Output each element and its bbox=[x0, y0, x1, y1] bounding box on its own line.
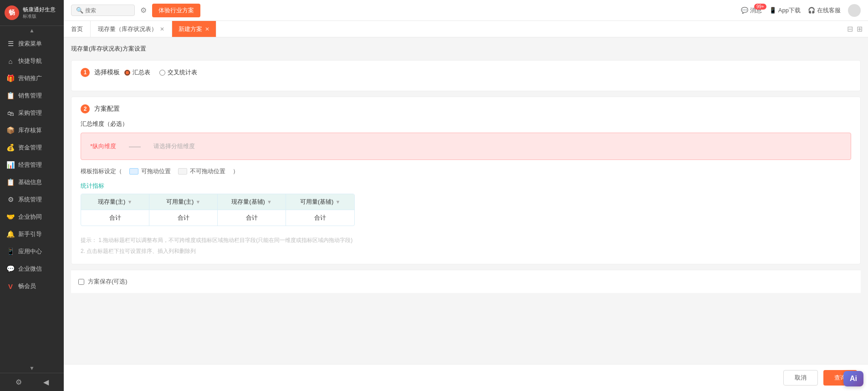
step1-num: 1 bbox=[81, 68, 90, 77]
cooperation-icon: 🤝 bbox=[6, 213, 15, 221]
sidebar-logo: 畅 畅康通好生意 标准版 bbox=[0, 0, 64, 26]
system-icon: ⚙ bbox=[6, 196, 15, 204]
sidebar-item-search[interactable]: ☰ 搜索菜单 bbox=[0, 35, 64, 52]
sidebar: 畅 畅康通好生意 标准版 ▲ ☰ 搜索菜单 ⌂ 快捷导航 🎁 营销推广 📋 销售… bbox=[0, 0, 64, 391]
movable-indicator: 可拖动位置 bbox=[129, 167, 171, 175]
tab-inventory-status[interactable]: 现存量（库存状况表） ✕ bbox=[91, 21, 172, 37]
topbar: 🔍 ⚙ 体验行业方案 💬 消息 99+ 📱 App下载 🎧 在线客服 bbox=[64, 0, 868, 21]
step2-title: 方案配置 bbox=[94, 105, 120, 113]
sidebar-footer: ⚙ ◀ bbox=[0, 373, 64, 391]
logo-icon: 畅 bbox=[5, 5, 19, 20]
col4-cell: 合计 bbox=[286, 210, 354, 226]
search-box[interactable]: 🔍 bbox=[71, 5, 135, 16]
dimension-box[interactable]: *纵向维度 —— 请选择分组维度 bbox=[81, 133, 851, 160]
topbar-right: 💬 消息 99+ 📱 App下载 🎧 在线客服 bbox=[741, 4, 861, 17]
sidebar-item-member[interactable]: V 畅会员 bbox=[0, 278, 64, 295]
stats-section: 统计指标 现存量(主) ▼ 可用量(主) ▼ bbox=[81, 182, 851, 227]
gift-icon: 🎁 bbox=[6, 74, 15, 82]
fixed-box bbox=[178, 168, 187, 175]
tips-section: 提示： 1.拖动标题栏可以调整布局，不可跨维度或指标区域拖动栏目字段(只能在同一… bbox=[81, 235, 851, 257]
vertical-dimension-label: *纵向维度 bbox=[90, 142, 116, 150]
finance-icon: 💰 bbox=[6, 144, 15, 152]
tip2: 2. 点击标题栏下拉可设置排序、插入列和删除列 bbox=[81, 246, 851, 257]
user-avatar[interactable] bbox=[848, 4, 861, 17]
online-service-button[interactable]: 🎧 在线客服 bbox=[808, 6, 841, 15]
tab-home[interactable]: 首页 bbox=[64, 21, 91, 37]
sidebar-item-sales[interactable]: 📋 销售管理 bbox=[0, 87, 64, 104]
tab-new-plan[interactable]: 新建方案 ✕ bbox=[172, 21, 216, 37]
gear-icon[interactable]: ⚙ bbox=[140, 6, 147, 15]
app-download-button[interactable]: 📱 App下载 bbox=[769, 6, 801, 15]
search-input[interactable] bbox=[85, 7, 131, 14]
save-checkbox[interactable] bbox=[78, 279, 84, 285]
sales-icon: 📋 bbox=[6, 92, 15, 100]
sidebar-item-wechat[interactable]: 💬 企业微信 bbox=[0, 260, 64, 278]
step2-num: 2 bbox=[81, 104, 90, 113]
tip1: 提示： 1.拖动标题栏可以调整布局，不可跨维度或指标区域拖动栏目字段(只能在同一… bbox=[81, 235, 851, 246]
tab-bar: 首页 现存量（库存状况表） ✕ 新建方案 ✕ ⊟ ⊞ bbox=[64, 21, 868, 37]
sidebar-item-basic[interactable]: 📋 基础信息 bbox=[0, 174, 64, 191]
sidebar-scroll-up[interactable]: ▲ bbox=[0, 26, 64, 35]
message-icon: 💬 bbox=[741, 7, 748, 14]
close-new-plan-tab-icon[interactable]: ✕ bbox=[205, 26, 209, 32]
col3-cell: 合计 bbox=[218, 210, 286, 226]
home-icon: ⌂ bbox=[6, 57, 15, 65]
stats-label: 统计指标 bbox=[81, 182, 851, 190]
col2-header[interactable]: 可用量(主) ▼ bbox=[149, 194, 218, 210]
col3-header[interactable]: 现存量(基辅) ▼ bbox=[218, 194, 286, 210]
search-icon: 🔍 bbox=[76, 7, 83, 14]
operations-icon: 📊 bbox=[6, 161, 15, 169]
industry-solution-button[interactable]: 体验行业方案 bbox=[152, 4, 200, 17]
col1-chevron-icon: ▼ bbox=[127, 199, 132, 205]
cancel-button[interactable]: 取消 bbox=[783, 370, 818, 386]
newbie-icon: 🔔 bbox=[6, 230, 15, 238]
sidebar-item-finance[interactable]: 💰 资金管理 bbox=[0, 139, 64, 156]
template-indicator: 模板指标设定（ 可拖动位置 不可拖动位置 ） bbox=[81, 167, 851, 175]
content-area: 现存量(库存状况表)方案设置 1 选择模板 汇总表 交叉统计表 bbox=[64, 37, 868, 364]
dimension-placeholder: 请选择分组维度 bbox=[153, 142, 195, 150]
movable-box bbox=[129, 168, 138, 175]
dimension-dash: —— bbox=[129, 143, 141, 150]
sidebar-item-shortcut[interactable]: ⌂ 快捷导航 bbox=[0, 52, 64, 70]
sidebar-scroll-down[interactable]: ▼ bbox=[0, 364, 64, 373]
radio-summary[interactable]: 汇总表 bbox=[124, 68, 150, 77]
member-icon: V bbox=[6, 283, 15, 290]
col2-cell: 合计 bbox=[149, 210, 218, 226]
step1-section: 1 选择模板 汇总表 交叉统计表 bbox=[71, 60, 861, 91]
expand-panel-icon[interactable]: ⊞ bbox=[857, 25, 863, 33]
save-checkbox-label: 方案保存(可选) bbox=[88, 278, 128, 286]
col3-chevron-icon: ▼ bbox=[267, 199, 272, 205]
col4-header[interactable]: 可用量(基辅) ▼ bbox=[286, 194, 354, 210]
stats-table: 现存量(主) ▼ 可用量(主) ▼ 现存量(基辅) ▼ bbox=[81, 194, 355, 226]
close-inventory-tab-icon[interactable]: ✕ bbox=[160, 26, 164, 32]
headset-icon: 🎧 bbox=[808, 7, 815, 14]
sidebar-item-cooperation[interactable]: 🤝 企业协同 bbox=[0, 208, 64, 226]
settings-icon[interactable]: ⚙ bbox=[15, 378, 22, 386]
step2-section: 2 方案配置 汇总维度（必选） *纵向维度 —— 请选择分组维度 模板指标设定（… bbox=[71, 97, 861, 264]
phone-icon: 📱 bbox=[769, 7, 776, 14]
stats-header-row: 现存量(主) ▼ 可用量(主) ▼ 现存量(基辅) ▼ bbox=[81, 194, 354, 210]
radio-summary-input[interactable] bbox=[124, 70, 130, 76]
sidebar-item-inventory[interactable]: 📦 库存核算 bbox=[0, 122, 64, 139]
fixed-indicator: 不可拖动位置 bbox=[178, 167, 225, 175]
col1-header[interactable]: 现存量(主) ▼ bbox=[81, 194, 149, 210]
sidebar-item-system[interactable]: ⚙ 系统管理 bbox=[0, 191, 64, 208]
sidebar-item-purchase[interactable]: 🛍 采购管理 bbox=[0, 104, 64, 122]
radio-cross[interactable]: 交叉统计表 bbox=[159, 68, 197, 77]
message-button[interactable]: 💬 消息 99+ bbox=[741, 6, 762, 15]
ai-button[interactable]: Ai bbox=[843, 371, 863, 386]
app-edition: 标准版 bbox=[23, 13, 56, 19]
wechat-icon: 💬 bbox=[6, 265, 15, 273]
sidebar-item-marketing[interactable]: 🎁 营销推广 bbox=[0, 70, 64, 87]
sidebar-item-app-center[interactable]: 📱 应用中心 bbox=[0, 243, 64, 260]
sidebar-item-operations[interactable]: 📊 经营管理 bbox=[0, 156, 64, 174]
radio-cross-input[interactable] bbox=[159, 70, 165, 76]
main-area: 🔍 ⚙ 体验行业方案 💬 消息 99+ 📱 App下载 🎧 在线客服 首页 bbox=[64, 0, 868, 391]
sidebar-item-newbie[interactable]: 🔔 新手引导 bbox=[0, 226, 64, 243]
step1-header: 1 选择模板 汇总表 交叉统计表 bbox=[81, 68, 851, 77]
col4-chevron-icon: ▼ bbox=[335, 199, 340, 205]
footer-bar: 取消 查询 bbox=[64, 364, 868, 391]
minimize-panel-icon[interactable]: ⊟ bbox=[847, 25, 853, 33]
inventory-icon: 📦 bbox=[6, 126, 15, 134]
collapse-sidebar-icon[interactable]: ◀ bbox=[43, 378, 49, 386]
